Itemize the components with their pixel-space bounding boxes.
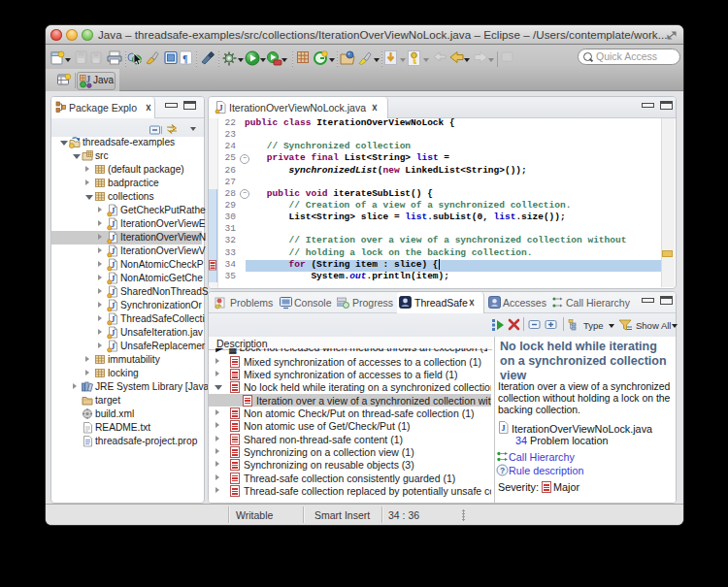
svg-text:¶: ¶ bbox=[182, 53, 187, 64]
svg-text:J: J bbox=[86, 75, 91, 84]
svg-text:?: ? bbox=[500, 466, 505, 475]
svg-text:J: J bbox=[502, 424, 506, 433]
